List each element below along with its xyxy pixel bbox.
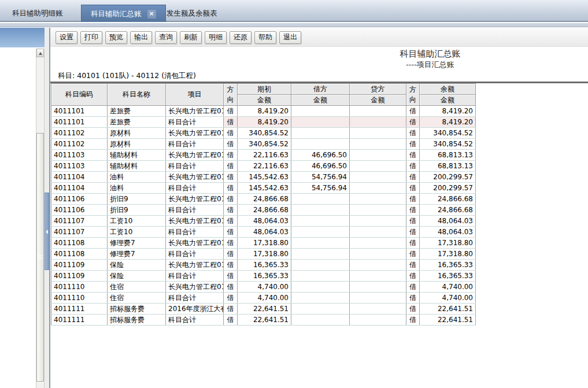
cell-direction-2[interactable]: 借 <box>406 293 420 304</box>
cell-initial-amount[interactable]: 22,641.51 <box>238 315 291 326</box>
cell-direction-2[interactable]: 借 <box>406 216 420 227</box>
cell-debit-amount[interactable]: 54,756.94 <box>291 172 350 183</box>
cell-name[interactable]: 辅助材料 <box>108 161 166 172</box>
cell-initial-amount[interactable]: 340,854.52 <box>238 139 291 150</box>
cell-code[interactable]: 4011111 <box>51 315 108 326</box>
cell-direction[interactable]: 借 <box>224 249 238 260</box>
cell-credit-amount[interactable] <box>350 293 406 304</box>
cell-project[interactable]: 长兴电力管工程01 <box>166 128 224 139</box>
cell-direction-2[interactable]: 借 <box>406 139 420 150</box>
cell-debit-amount[interactable] <box>291 139 350 150</box>
cell-initial-amount[interactable]: 340,854.52 <box>238 128 291 139</box>
cell-project[interactable]: 长兴电力管工程01 <box>166 194 224 205</box>
cell-project[interactable]: 科目合计 <box>166 183 224 194</box>
cell-direction[interactable]: 借 <box>224 150 238 161</box>
cell-debit-amount[interactable] <box>291 249 350 260</box>
cell-credit-amount[interactable] <box>350 183 406 194</box>
cell-direction-2[interactable]: 借 <box>406 271 420 282</box>
cell-debit-amount[interactable]: 54,756.94 <box>291 183 350 194</box>
cell-project[interactable]: 长兴电力管工程01 <box>166 260 224 271</box>
cell-name[interactable]: 折旧9 <box>108 205 166 216</box>
cell-code[interactable]: 4011110 <box>51 282 108 293</box>
cell-project[interactable]: 科目合计 <box>166 271 224 282</box>
cell-name[interactable]: 工资10 <box>108 227 166 238</box>
cell-balance-amount[interactable]: 16,365.33 <box>420 271 476 282</box>
cell-code[interactable]: 4011109 <box>51 260 108 271</box>
cell-direction[interactable]: 借 <box>224 117 238 128</box>
close-icon[interactable]: × <box>147 10 156 19</box>
tab-subject-auxiliary-detail[interactable]: 科目辅助明细账 <box>3 5 72 22</box>
cell-direction-2[interactable]: 借 <box>406 315 420 326</box>
cell-initial-amount[interactable]: 17,318.80 <box>238 238 291 249</box>
cell-direction-2[interactable]: 借 <box>406 227 420 238</box>
cell-direction-2[interactable]: 借 <box>406 172 420 183</box>
cell-direction[interactable]: 借 <box>224 227 238 238</box>
cell-debit-amount[interactable] <box>291 106 350 117</box>
cell-debit-amount[interactable] <box>291 238 350 249</box>
cell-debit-amount[interactable] <box>291 128 350 139</box>
cell-initial-amount[interactable]: 24,866.68 <box>238 205 291 216</box>
splitter-handle[interactable] <box>45 193 49 270</box>
cell-name[interactable]: 住宿 <box>108 282 166 293</box>
cell-code[interactable]: 4011102 <box>51 128 108 139</box>
cell-code[interactable]: 4011106 <box>51 194 108 205</box>
cell-credit-amount[interactable] <box>350 194 406 205</box>
cell-credit-amount[interactable] <box>350 150 406 161</box>
tab-subject-auxiliary-summary[interactable]: 科目辅助汇总账× <box>81 5 166 22</box>
tab-balance-table[interactable]: 发生额及余额表 <box>157 5 227 22</box>
settings-button[interactable]: 设置 <box>56 31 77 44</box>
cell-credit-amount[interactable] <box>350 172 406 183</box>
cell-balance-amount[interactable]: 24,866.68 <box>420 205 476 216</box>
cell-direction[interactable]: 借 <box>224 282 238 293</box>
cell-balance-amount[interactable]: 200,299.57 <box>420 172 476 183</box>
cell-code[interactable]: 4011108 <box>51 238 108 249</box>
cell-direction[interactable]: 借 <box>224 139 238 150</box>
cell-direction-2[interactable]: 借 <box>406 249 420 260</box>
cell-code[interactable]: 4011103 <box>51 150 108 161</box>
preview-button[interactable]: 预览 <box>105 31 127 44</box>
cell-balance-amount[interactable]: 17,318.80 <box>420 249 476 260</box>
export-button[interactable]: 输出 <box>130 31 152 44</box>
cell-credit-amount[interactable] <box>350 205 406 216</box>
cell-code[interactable]: 4011101 <box>51 106 108 117</box>
cell-credit-amount[interactable] <box>350 117 406 128</box>
cell-name[interactable]: 修理费7 <box>108 249 166 260</box>
cell-initial-amount[interactable]: 4,740.00 <box>238 282 291 293</box>
cell-initial-amount[interactable]: 16,365.33 <box>238 260 291 271</box>
cell-project[interactable]: 长兴电力管工程01 <box>166 106 224 117</box>
cell-credit-amount[interactable] <box>350 304 406 315</box>
cell-name[interactable]: 差旅费 <box>108 106 166 117</box>
cell-direction-2[interactable]: 借 <box>406 282 420 293</box>
cell-balance-amount[interactable]: 68,813.13 <box>420 150 476 161</box>
cell-direction-2[interactable]: 借 <box>406 238 420 249</box>
cell-direction-2[interactable]: 借 <box>406 128 420 139</box>
print-button[interactable]: 打印 <box>80 31 102 44</box>
sidebar-scrollbar[interactable] <box>36 49 45 388</box>
cell-balance-amount[interactable]: 22,641.51 <box>420 315 476 326</box>
cell-balance-amount[interactable]: 48,064.03 <box>420 227 476 238</box>
panel-splitter[interactable] <box>45 28 49 388</box>
scrollbar-thumb[interactable] <box>36 133 44 382</box>
cell-code[interactable]: 4011109 <box>51 271 108 282</box>
cell-code[interactable]: 4011107 <box>51 216 108 227</box>
cell-name[interactable]: 差旅费 <box>108 117 166 128</box>
cell-initial-amount[interactable]: 48,064.03 <box>238 216 291 227</box>
cell-project[interactable]: 长兴电力管工程01 <box>166 282 224 293</box>
cell-balance-amount[interactable]: 48,064.03 <box>420 216 476 227</box>
cell-code[interactable]: 4011101 <box>51 117 108 128</box>
cell-balance-amount[interactable]: 68,813.13 <box>420 161 476 172</box>
cell-balance-amount[interactable]: 4,740.00 <box>420 293 476 304</box>
cell-balance-amount[interactable]: 8,419.20 <box>420 106 476 117</box>
cell-credit-amount[interactable] <box>350 161 406 172</box>
cell-project[interactable]: 科目合计 <box>166 315 224 326</box>
cell-credit-amount[interactable] <box>350 106 406 117</box>
cell-code[interactable]: 4011107 <box>51 227 108 238</box>
restore-button[interactable]: 还原 <box>230 31 252 44</box>
cell-direction[interactable]: 借 <box>224 315 238 326</box>
cell-initial-amount[interactable]: 22,116.63 <box>238 150 291 161</box>
cell-name[interactable]: 住宿 <box>108 293 166 304</box>
cell-credit-amount[interactable] <box>350 216 406 227</box>
cell-name[interactable]: 原材料 <box>108 139 166 150</box>
cell-name[interactable]: 工资10 <box>108 216 166 227</box>
cell-debit-amount[interactable] <box>291 315 350 326</box>
